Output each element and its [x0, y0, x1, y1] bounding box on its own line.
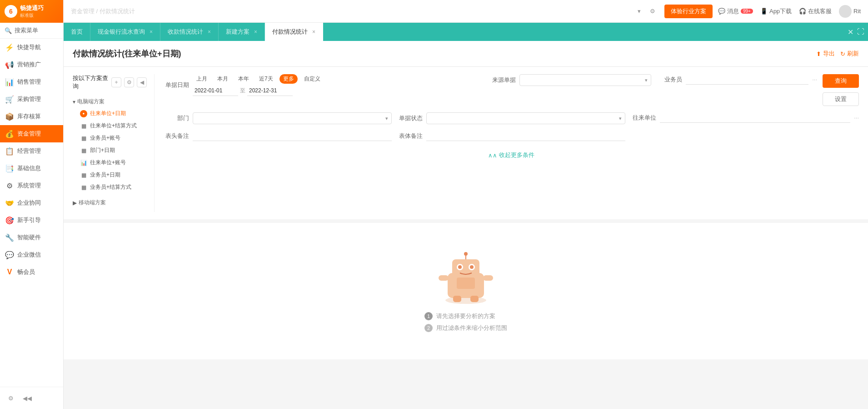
tab-payment-stats-close[interactable]: × — [312, 29, 315, 35]
svg-point-5 — [458, 265, 462, 269]
department-select[interactable] — [193, 112, 392, 124]
voucher-date-label: 单据日期 — [164, 81, 189, 89]
collapse-more-btn[interactable]: ∧∧ 收起更多条件 — [164, 147, 859, 163]
sidebar-item-finance[interactable]: 💰 资金管理 — [0, 125, 63, 142]
sidebar-item-wechat[interactable]: 💬 企业微信 — [0, 246, 63, 263]
counterparty-dots-btn[interactable]: ··· — [854, 114, 859, 121]
tab-payment-stats[interactable]: 付款情况统计 × — [265, 23, 323, 41]
topbar-settings-btn[interactable]: ⚙ — [646, 5, 659, 18]
tab-actions: ✕ ⛶ — [844, 23, 868, 41]
query-btn[interactable]: 查询 — [823, 74, 859, 88]
page-title: 付款情况统计(往来单位+日期) — [73, 48, 181, 59]
scheme-item-unit-account[interactable]: 📊 往来单位+账号 — [73, 157, 147, 169]
tab-close-all-btn[interactable]: ✕ — [848, 28, 853, 36]
tab-bank-flow-label: 现金银行流水查询 — [98, 28, 145, 36]
salesperson-input[interactable] — [686, 74, 809, 85]
search-menu[interactable]: 🔍 搜索菜单 — [0, 23, 63, 39]
sidebar-item-operations[interactable]: 📋 经营管理 — [0, 142, 63, 160]
date-btn-7days[interactable]: 近7天 — [255, 74, 277, 84]
counterparty-label: 往来单位 — [631, 114, 656, 122]
message-icon: 💬 — [718, 8, 725, 15]
table-body-note-input[interactable] — [426, 131, 625, 141]
online-service-btn[interactable]: 🎧 在线客服 — [799, 7, 832, 15]
table-head-note-input[interactable] — [193, 131, 392, 141]
sidebar-item-quick-nav[interactable]: ⚡ 快捷导航 — [0, 39, 63, 56]
app-download-btn[interactable]: 📱 App下载 — [760, 7, 792, 15]
sidebar-item-label: 库存核算 — [17, 112, 41, 121]
date-btn-last-month[interactable]: 上月 — [193, 74, 211, 84]
scheme-item-unit-date[interactable]: ● 往来单位+日期 — [73, 107, 147, 120]
sidebar-item-label: 销售管理 — [17, 78, 41, 86]
scheme-grid-icon: ▦ — [80, 147, 87, 154]
filter-row-2: 部门 单据状态 — [164, 112, 859, 124]
export-label: 导出 — [823, 50, 835, 58]
search-icon: 🔍 — [5, 27, 12, 34]
scheme-item-staff-settle[interactable]: ▦ 业务员+结算方式 — [73, 181, 147, 193]
sidebar-item-smart[interactable]: 🔧 智能硬件 — [0, 229, 63, 246]
trial-btn[interactable]: 体验行业方案 — [664, 5, 713, 18]
tab-bank-flow[interactable]: 现金银行流水查询 × — [90, 23, 160, 41]
filter-sidebar-actions: + ⚙ ◀ — [111, 77, 147, 87]
sidebar-item-label: 资金管理 — [17, 130, 41, 138]
tab-maximize-btn[interactable]: ⛶ — [857, 28, 864, 36]
scheme-group-desktop-toggle[interactable]: ▾ 电脑端方案 — [73, 96, 147, 107]
sidebar-item-enterprise[interactable]: 🤝 企业协同 — [0, 194, 63, 212]
date-btn-this-month[interactable]: 本月 — [214, 74, 232, 84]
refresh-btn[interactable]: ↻ 刷新 — [840, 50, 859, 58]
sidebar-item-label: 新手引导 — [17, 216, 41, 224]
sidebar-item-sales[interactable]: 📊 销售管理 — [0, 73, 63, 91]
empty-illustration — [432, 250, 500, 305]
export-btn[interactable]: ⬆ 导出 — [816, 50, 835, 58]
tab-receipts-close[interactable]: × — [208, 29, 211, 35]
tab-bank-flow-close[interactable]: × — [150, 29, 153, 35]
tab-receipts[interactable]: 收款情况统计 × — [160, 23, 219, 41]
scheme-group-mobile-toggle[interactable]: ▶ 移动端方案 — [73, 197, 147, 208]
voucher-status-select[interactable] — [426, 112, 625, 124]
salesperson-dots-btn[interactable]: ··· — [812, 76, 817, 83]
salesperson-label: 业务员 — [657, 76, 682, 84]
scheme-item-unit-settle[interactable]: ▦ 往来单位+结算方式 — [73, 120, 147, 132]
topbar-dropdown-btn[interactable]: ▾ — [638, 8, 641, 15]
sidebar-item-inventory[interactable]: 📦 库存核算 — [0, 108, 63, 125]
sidebar-item-purchase[interactable]: 🛒 采购管理 — [0, 91, 63, 108]
scheme-item-staff-account[interactable]: ▦ 业务员+账号 — [73, 132, 147, 144]
date-start-input[interactable] — [193, 86, 238, 96]
sidebar-item-label: 基础信息 — [17, 164, 41, 172]
tab-new-plan[interactable]: 新建方案 × — [219, 23, 265, 41]
sidebar-item-basics[interactable]: 📑 基础信息 — [0, 160, 63, 177]
empty-state-area: 1 请先选择要分析的方案 2 用过滤条件来缩小分析范围 — [64, 223, 868, 359]
tab-home[interactable]: 首页 — [64, 23, 90, 41]
salesperson-field: 业务员 ··· — [657, 74, 818, 85]
sidebar-item-guide[interactable]: 🎯 新手引导 — [0, 212, 63, 229]
voucher-date-value: 上月 本月 本年 近7天 更多 自定义 至 — [193, 74, 485, 96]
scheme-item-dept-date[interactable]: ▦ 部门+日期 — [73, 144, 147, 157]
sidebar-item-member[interactable]: V 畅会员 — [0, 263, 63, 281]
filter-sidebar-title: 按以下方案查询 — [73, 74, 111, 91]
scheme-item-staff-date[interactable]: ▦ 业务员+日期 — [73, 169, 147, 181]
notifications-btn[interactable]: 💬 消息 99+ — [718, 7, 753, 15]
scheme-item-label: 往来单位+账号 — [90, 159, 126, 167]
topbar: 资金管理 / 付款情况统计 ▾ ⚙ 体验行业方案 💬 消息 99+ 📱 App下… — [64, 0, 868, 23]
date-end-input[interactable] — [247, 86, 293, 96]
sidebar-item-marketing[interactable]: 📢 营销推广 — [0, 56, 63, 73]
filter-row-1: 单据日期 上月 本月 本年 近7天 更多 自定义 — [164, 74, 859, 106]
scheme-collapse-btn[interactable]: ◀ — [137, 77, 147, 87]
user-menu-btn[interactable]: Rit — [839, 5, 861, 18]
sidebar-item-system[interactable]: ⚙ 系统管理 — [0, 177, 63, 194]
scheme-grid-icon: ▦ — [80, 184, 87, 191]
scheme-settings-btn[interactable]: ⚙ — [124, 77, 134, 87]
tab-new-plan-close[interactable]: × — [254, 29, 257, 35]
footer-settings-btn[interactable]: ⚙ — [5, 392, 17, 404]
date-btn-more[interactable]: 更多 — [279, 74, 298, 84]
counterparty-input[interactable] — [660, 112, 850, 123]
sidebar-nav: ⚡ 快捷导航 📢 营销推广 📊 销售管理 🛒 采购管理 📦 库存核算 💰 资金管… — [0, 39, 63, 387]
filter-settings-btn[interactable]: 设置 — [823, 92, 859, 106]
footer-collapse-btn[interactable]: ◀◀ — [21, 392, 34, 404]
tip-text-2: 用过滤条件来缩小分析范围 — [436, 324, 507, 332]
user-name: Rit — [853, 8, 861, 15]
date-btn-this-year[interactable]: 本年 — [234, 74, 253, 84]
source-voucher-select[interactable] — [519, 74, 651, 86]
voucher-status-label: 单据状态 — [397, 114, 423, 122]
add-scheme-btn[interactable]: + — [111, 77, 121, 87]
date-btn-custom[interactable]: 自定义 — [300, 74, 324, 84]
